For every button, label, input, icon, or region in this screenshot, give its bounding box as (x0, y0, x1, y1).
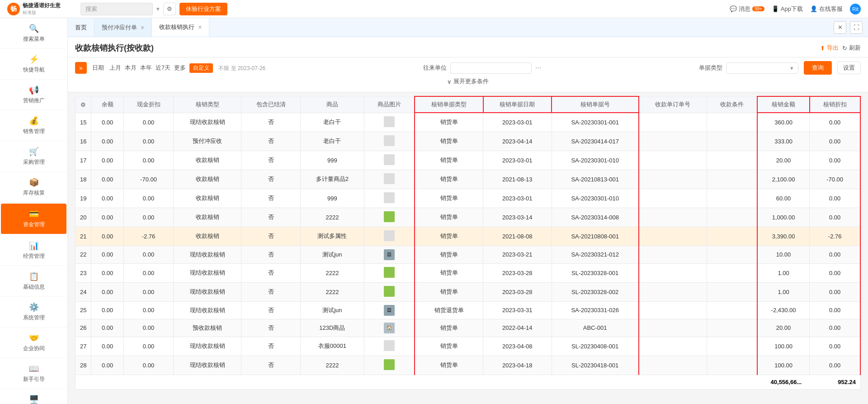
cell-id: 22 (75, 246, 91, 263)
filter-settings-button[interactable]: 设置 (837, 62, 861, 74)
cell-id: 17 (75, 151, 91, 170)
tab-home[interactable]: 首页 (68, 18, 94, 37)
cell-receipt-order-no (639, 132, 707, 151)
refresh-button[interactable]: ↻ 刷新 (842, 44, 861, 52)
cell-id: 20 (75, 208, 91, 227)
tab-maximize-button[interactable]: ⛶ (850, 21, 863, 34)
cell-cash-discount: 0.00 (123, 189, 174, 208)
tab-close-prepay[interactable]: × (141, 24, 144, 31)
th-gear[interactable]: ⚙ (75, 96, 91, 113)
sidebar-item-marketing[interactable]: 📢 营销推广 (0, 80, 67, 110)
bill-type-label: 单据类型 (699, 64, 722, 72)
sidebar-item-sales[interactable]: 💰 销售管理 (0, 110, 67, 141)
cell-cancel-bill-no[interactable]: SA-20230301-010 (552, 189, 639, 208)
cell-include-settled: 否 (241, 189, 300, 208)
from-unit-input[interactable] (450, 62, 532, 74)
shortcut-last-month[interactable]: 上月 (109, 64, 121, 72)
cell-receipt-condition (707, 113, 757, 132)
sidebar-item-inventory[interactable]: 📦 库存核算 (0, 172, 67, 203)
sidebar-item-system[interactable]: ⚙️ 系统管理 (0, 297, 67, 328)
cell-cancel-bill-no[interactable]: SA-20230331-026 (552, 301, 639, 319)
cell-cancel-bill-no[interactable]: SL-20230328-002 (552, 282, 639, 301)
cell-cash-discount: 0.00 (123, 337, 174, 356)
cell-cancel-type: 收款核销 (174, 227, 241, 246)
table-row: 22 0.00 0.00 现结收款核销 否 测试jun 🖼 销货单 2023-0… (75, 246, 861, 263)
shortcut-7days[interactable]: 近7天 (156, 64, 170, 72)
cell-cancel-discount: -2.76 (810, 227, 860, 246)
purchase-icon: 🛒 (29, 147, 39, 157)
cell-cancel-bill-no[interactable]: SA-20210813-001 (552, 170, 639, 189)
filter-expand-button[interactable]: » (75, 62, 87, 74)
sidebar-item-guide[interactable]: 📖 新手引导 (0, 358, 67, 389)
cell-include-settled: 否 (241, 170, 300, 189)
sidebar-item-quick[interactable]: ⚡ 快捷导航 (0, 49, 67, 80)
shortcut-more[interactable]: 更多 (174, 64, 186, 72)
cell-cancel-bill-no[interactable]: SA-20230321-012 (552, 246, 639, 263)
cell-cancel-bill-no[interactable]: SA-20230414-017 (552, 132, 639, 151)
cell-cancel-bill-no[interactable]: SL-20230328-001 (552, 263, 639, 282)
cell-cancel-discount: 0.00 (810, 151, 860, 170)
shortcut-this-month[interactable]: 本月 (125, 64, 137, 72)
cell-goods: 2222 (300, 356, 364, 375)
cell-goods-img (364, 189, 415, 208)
hardware-icon: 🖥️ (29, 394, 39, 404)
sidebar-item-search[interactable]: 🔍 搜索菜单 (0, 18, 67, 49)
tab-receipt-cancel[interactable]: 收款核销执行 × (152, 18, 209, 37)
bill-type-select[interactable]: ▾ (726, 62, 798, 74)
sidebar-item-purchase[interactable]: 🛒 采购管理 (0, 141, 67, 172)
settings-button[interactable]: ⚙ (163, 3, 176, 15)
cell-cancel-bill-no[interactable]: SA-20230301-010 (552, 151, 639, 170)
sidebar-item-finance[interactable]: 💳 资金管理 (1, 204, 66, 234)
sidebar-item-hardware[interactable]: 🖥️ 智能硬件 (0, 389, 67, 404)
th-receipt-order-no: 收款单订单号 (639, 96, 707, 113)
cell-include-settled: 否 (241, 208, 300, 227)
cell-cancel-bill-type: 销货单 (415, 113, 483, 132)
user-avatar[interactable]: Rit (850, 4, 861, 14)
app-download-button[interactable]: 📱 App下载 (772, 5, 803, 13)
cell-cancel-bill-no[interactable]: SA-20230301-001 (552, 113, 639, 132)
cell-include-settled: 否 (241, 319, 300, 337)
cell-id: 27 (75, 337, 91, 356)
sidebar-item-basic[interactable]: 📋 基础信息 (0, 266, 67, 297)
cell-cancel-bill-date: 2023-03-01 (483, 151, 552, 170)
tab-prepay[interactable]: 预付冲应付单 × (94, 18, 152, 37)
cell-cancel-bill-no[interactable]: SL-20230418-001 (552, 356, 639, 375)
query-button[interactable]: 查询 (804, 61, 832, 75)
tab-close-button[interactable]: ✕ (834, 21, 846, 34)
shortcut-this-year[interactable]: 本年 (140, 64, 152, 72)
cell-cancel-discount: 0.00 (810, 208, 860, 227)
filter-row-1: » 日期 上月 本月 本年 近7天 更多 自定义 不限 至 2023-07-26 (75, 61, 861, 75)
expand-more-button[interactable]: ∨ 展开更多条件 (447, 77, 489, 86)
sidebar-item-management[interactable]: 📊 经营管理 (0, 235, 67, 266)
cell-cancel-type: 现结收款核销 (174, 356, 241, 375)
online-service-button[interactable]: 👤 在线客服 (810, 5, 843, 13)
cell-cancel-bill-type: 销货单 (415, 319, 483, 337)
dropdown-icon[interactable]: ▾ (156, 5, 160, 12)
cell-cancel-bill-no[interactable]: ABC-001 (552, 319, 639, 337)
cell-id: 21 (75, 227, 91, 246)
cell-goods-img: 🖼 (364, 246, 415, 263)
cell-cancel-bill-no[interactable]: SL-20230408-001 (552, 337, 639, 356)
cell-cash-discount: 0.00 (123, 356, 174, 375)
industry-button[interactable]: 休验行业方案 (179, 3, 227, 15)
tab-close-receipt[interactable]: × (198, 24, 202, 31)
cell-balance: 0.00 (91, 282, 123, 301)
cell-include-settled: 否 (241, 113, 300, 132)
app-icon: 📱 (772, 5, 779, 12)
cell-cancel-bill-no[interactable]: SA-20210808-001 (552, 227, 639, 246)
message-button[interactable]: 💬 消息 99+ (730, 5, 764, 13)
cell-goods: 123D商品 (300, 319, 364, 337)
cell-cancel-discount: 0.00 (810, 189, 860, 208)
cell-cash-discount: 0.00 (123, 246, 174, 263)
cell-goods: 衣服00001 (300, 337, 364, 356)
cell-receipt-condition (707, 170, 757, 189)
export-button[interactable]: ⬆ 导出 (820, 44, 839, 52)
cell-cancel-bill-no[interactable]: SA-20230314-008 (552, 208, 639, 227)
custom-date-button[interactable]: 自定义 (189, 63, 213, 73)
table-footer: 40,556,66... 952.24 (75, 375, 861, 390)
th-cancel-amount: 核销金额 (757, 96, 810, 113)
cell-receipt-order-no (639, 113, 707, 132)
cell-cancel-bill-date: 2022-04-14 (483, 319, 552, 337)
sidebar-item-cooperation[interactable]: 🤝 企业协同 (0, 328, 67, 358)
cell-cancel-bill-type: 销货单 (415, 246, 483, 263)
